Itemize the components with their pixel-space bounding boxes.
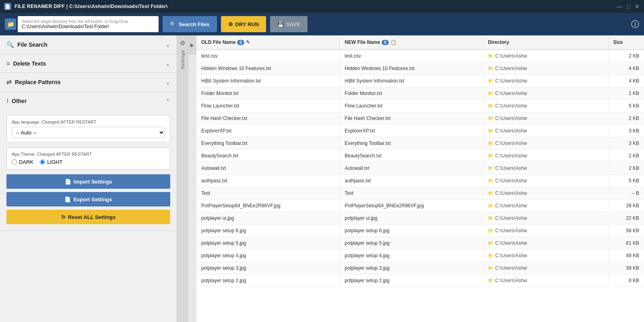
title-bar-controls: — □ ✕ [617, 4, 640, 9]
cell-directory: 📁 C:\Users\Ashw [483, 137, 608, 150]
title-bar-text: FILE RENAMER DIFF | C:\Users\Ashwin\Down… [14, 4, 617, 9]
folder-mini-icon: 📁 [488, 278, 493, 283]
cell-new-name: PotPlayerSetup64_BNEe2R86VF.jpg [340, 200, 483, 212]
theme-light-radio[interactable] [40, 159, 45, 165]
folder-mini-icon: 📁 [488, 241, 493, 246]
cell-directory: 📁 C:\Users\Ashw [483, 100, 608, 112]
folder-browse-button[interactable]: 📁 [5, 19, 16, 30]
file-table: OLD File Name 0 ✎ NEW File Name 0 📋 [196, 35, 644, 287]
cell-directory: 📁 C:\Users\Ashw [483, 150, 608, 162]
cell-new-name: Folder Monitor.txt [340, 87, 483, 100]
dir-value: C:\Users\Ashw [495, 91, 527, 96]
th-size: Size [608, 35, 644, 50]
action-buttons: 📄 Import Settings 📄 Export Settings ↻ Re… [0, 174, 177, 231]
table-row[interactable]: potplayer ui.jpg potplayer ui.jpg 📁 C:\U… [196, 212, 644, 225]
search-files-button[interactable]: 🔍 Search Files [163, 16, 217, 32]
settings-tab-label: Settings [180, 50, 185, 69]
directory-input[interactable]: Select the target directory from the lef… [18, 16, 159, 32]
cell-new-name: Autowall.txt [340, 162, 483, 175]
table-row[interactable]: BeautySearch.txt BeautySearch.txt 📁 C:\U… [196, 150, 644, 162]
other-title: ⁝ Other [6, 97, 27, 105]
dry-run-button[interactable]: ⚙ DRY RUN [221, 16, 266, 32]
table-row[interactable]: authpass.txt authpass.txt 📁 C:\Users\Ash… [196, 175, 644, 187]
cell-directory: 📁 C:\Users\Ashw [483, 237, 608, 250]
delete-texts-label: Delete Texts [13, 60, 46, 67]
close-button[interactable]: ✕ [634, 4, 640, 9]
table-row[interactable]: potplayer setup 5.jpg potplayer setup 5.… [196, 237, 644, 250]
badge-new: 0 [382, 40, 389, 45]
folder-mini-icon: 📁 [488, 216, 493, 221]
th-old-name: OLD File Name 0 ✎ [196, 35, 340, 50]
table-row[interactable]: test.csv test.csv 📁 C:\Users\Ashw 2 KB [196, 50, 644, 62]
table-row[interactable]: potplayer setup 6.jpg potplayer setup 6.… [196, 225, 644, 237]
cell-new-name: BeautySearch.txt [340, 150, 483, 162]
folder-mini-icon: 📁 [488, 103, 493, 109]
table-row[interactable]: Test Test 📁 C:\Users\Ashw -- B [196, 187, 644, 200]
dir-value: C:\Users\Ashw [495, 153, 527, 159]
import-settings-label: Import Settings [74, 179, 112, 185]
table-row[interactable]: Everything Toolbar.txt Everything Toolba… [196, 137, 644, 150]
directory-value: C:\Users\Ashwin\Downloads\Test Folder\ [22, 24, 109, 29]
theme-setting-box: App Theme: Changed AFTER RESTART DARK LI… [6, 147, 170, 169]
dir-value: C:\Users\Ashw [495, 253, 527, 258]
folder-mini-icon: 📁 [488, 166, 493, 171]
table-row[interactable]: HiBit System Information.txt HiBit Syste… [196, 75, 644, 87]
sidebar: 🔍 File Search ⌄ ≡ Delete Texts ⌄ ⇄ Re [0, 35, 177, 322]
cell-size: 4 KB [608, 62, 644, 75]
table-row[interactable]: Folder Monitor.txt Folder Monitor.txt 📁 … [196, 87, 644, 100]
table-row[interactable]: PotPlayerSetup64_BNEe2R86VF.jpg PotPlaye… [196, 200, 644, 212]
dir-value: C:\Users\Ashw [495, 203, 527, 208]
dir-value: C:\Users\Ashw [495, 116, 527, 121]
main-layout: 🔍 File Search ⌄ ≡ Delete Texts ⌄ ⇄ Re [0, 35, 644, 322]
table-row[interactable]: Flow Launcher.txt Flow Launcher.txt 📁 C:… [196, 100, 644, 112]
cell-new-name: Everything Toolbar.txt [340, 137, 483, 150]
cell-old-name: potplayer setup 4.jpg [196, 250, 340, 262]
other-header[interactable]: ⁝ Other ⌃ [0, 92, 177, 110]
table-row[interactable]: Autowall.txt Autowall.txt 📁 C:\Users\Ash… [196, 162, 644, 175]
folder-mini-icon: 📁 [488, 228, 493, 233]
copy-icon: 📋 [390, 39, 396, 45]
cell-directory: 📁 C:\Users\Ashw [483, 212, 608, 225]
file-search-label: File Search [17, 41, 47, 48]
cell-old-name: Test [196, 187, 340, 200]
table-row[interactable]: potplayer setup 2.jpg potplayer setup 2.… [196, 275, 644, 287]
expand-sidebar-button[interactable]: ▶ [188, 35, 196, 55]
settings-tab[interactable]: ⚙ Settings [177, 35, 188, 322]
language-label: App language: Changed AFTER RESTART [12, 120, 165, 124]
export-settings-button[interactable]: 📄 Export Settings [6, 192, 170, 206]
info-button[interactable]: ⓘ [631, 19, 639, 30]
cell-new-name: ExplorerXP.txt [340, 125, 483, 137]
cell-directory: 📁 C:\Users\Ashw [483, 250, 608, 262]
theme-dark-label[interactable]: DARK [12, 159, 33, 165]
minimize-button[interactable]: — [617, 4, 622, 9]
file-search-header[interactable]: 🔍 File Search ⌄ [0, 35, 177, 54]
theme-radio-group: DARK LIGHT [12, 159, 165, 165]
cell-new-name: potplayer setup 3.jpg [340, 262, 483, 275]
th-old-label: OLD File Name [201, 39, 235, 45]
cell-size: 2 KB [608, 50, 644, 62]
cell-size: 61 KB [608, 237, 644, 250]
reset-all-button[interactable]: ↻ Reset ALL Settings [6, 210, 170, 224]
cell-directory: 📁 C:\Users\Ashw [483, 125, 608, 137]
th-new-name: NEW File Name 0 📋 [340, 35, 483, 50]
cell-size: 5 KB [608, 175, 644, 187]
replace-patterns-header[interactable]: ⇄ Replace Patterns ⌄ [0, 73, 177, 91]
delete-texts-header[interactable]: ≡ Delete Texts ⌄ [0, 54, 177, 72]
table-row[interactable]: ExplorerXP.txt ExplorerXP.txt 📁 C:\Users… [196, 125, 644, 137]
language-select[interactable]: -- Auto -- [12, 127, 165, 138]
theme-light-label[interactable]: LIGHT [40, 159, 62, 165]
file-table-container[interactable]: OLD File Name 0 ✎ NEW File Name 0 📋 [196, 35, 644, 322]
theme-dark-radio[interactable] [12, 159, 17, 165]
folder-mini-icon: 📁 [488, 191, 493, 196]
maximize-button[interactable]: □ [625, 4, 631, 9]
save-button[interactable]: 💾 SAVE [270, 16, 307, 32]
cell-new-name: potplayer ui.jpg [340, 212, 483, 225]
table-row[interactable]: Hidden Windows 10 Features.txt Hidden Wi… [196, 62, 644, 75]
cell-old-name: Hidden Windows 10 Features.txt [196, 62, 340, 75]
table-row[interactable]: File Hash Checker.txt File Hash Checker.… [196, 112, 644, 125]
import-settings-button[interactable]: 📄 Import Settings [6, 174, 170, 189]
cell-old-name: Folder Monitor.txt [196, 87, 340, 100]
delete-texts-icon: ≡ [6, 60, 10, 67]
table-row[interactable]: potplayer setup 4.jpg potplayer setup 4.… [196, 250, 644, 262]
table-row[interactable]: potplayer setup 3.jpg potplayer setup 3.… [196, 262, 644, 275]
